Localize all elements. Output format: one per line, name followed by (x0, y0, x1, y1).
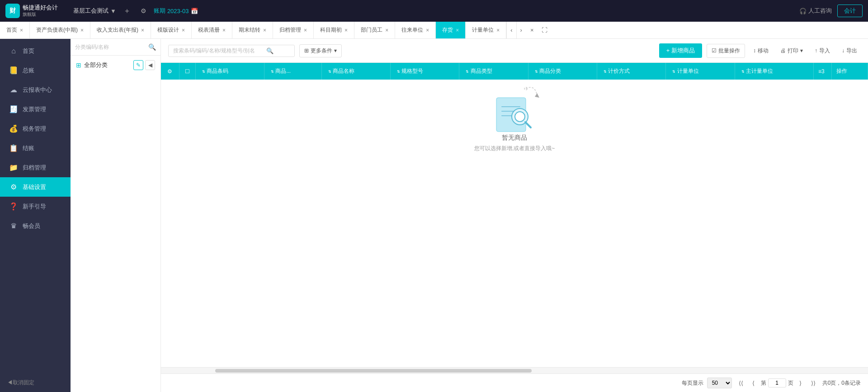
tab-expand-button[interactable]: ⛶ (538, 22, 551, 39)
close-icon[interactable]: × (426, 27, 429, 33)
tab-home[interactable]: 首页 × (0, 22, 30, 39)
batch-operation-button[interactable]: ☑ 批量操作 (707, 44, 745, 58)
print-icon: 🖨 (780, 47, 786, 54)
user-role-button[interactable]: 会计 (837, 5, 863, 17)
close-icon[interactable]: × (263, 27, 266, 33)
col-unit[interactable]: ⇅ 计量单位 (666, 63, 735, 80)
tab-prev-button[interactable]: ‹ (506, 22, 516, 39)
import-button[interactable]: ↑ 导入 (811, 44, 834, 57)
horizontal-scrollbar[interactable] (161, 367, 868, 373)
col-checkbox[interactable]: ☐ (179, 63, 195, 80)
tab-template-design[interactable]: 模版设计 × (151, 22, 192, 39)
col-type[interactable]: ⇅ 商品类型 (459, 63, 528, 80)
unpin-label: ◀取消固定 (7, 379, 34, 387)
col-name[interactable]: ⇅ 商品名称 (321, 63, 390, 80)
search-icon[interactable]: 🔍 (148, 43, 156, 51)
tab-label: 首页 (6, 26, 17, 34)
consult-label: 人工咨询 (808, 7, 832, 15)
content-area: 🔍 ⊞ 全部分类 ✎ ◀ 🔍 ⊞ 更多条件 (71, 39, 868, 392)
sidebar-item-label: 发票管理 (23, 105, 46, 113)
sidebar-item-label: 总账 (23, 66, 34, 75)
close-icon[interactable]: × (304, 27, 307, 33)
move-label: 移动 (758, 47, 769, 55)
last-page-button[interactable]: ⟩⟩ (808, 378, 819, 388)
tab-label: 计量单位 (472, 26, 494, 34)
prev-page-button[interactable]: ⟨ (748, 378, 759, 388)
move-button[interactable]: ↕ 移动 (750, 44, 772, 57)
table-header-row: ⚙ ☐ ⇅ 商品条码 ⇅ 商品... (161, 63, 868, 80)
col-category[interactable]: ⇅ 商品分类 (528, 63, 597, 80)
logo-area: 财 畅捷通好会计 旗舰版 (5, 4, 69, 18)
col-extra[interactable]: ≡3 (814, 63, 832, 80)
scroll-thumb[interactable] (215, 369, 532, 373)
close-icon[interactable]: × (222, 27, 226, 33)
per-page-select[interactable]: 50 10 20 100 (707, 378, 732, 388)
col-price-method[interactable]: ⇅ 计价方式 (597, 63, 665, 80)
sidebar-item-settings[interactable]: ⚙ 基础设置 (0, 177, 71, 197)
sidebar-item-archive[interactable]: 📁 归档管理 (0, 158, 71, 177)
new-product-button[interactable]: + 新增商品 (659, 43, 702, 58)
product-search-input[interactable] (173, 47, 264, 54)
product-search-bar[interactable]: 🔍 (168, 45, 295, 57)
sidebar-menu: ⌂ 首页 📒 总账 ☁ 云报表中心 🧾 发票管理 💰 税务管理 📋 结账 (0, 39, 71, 373)
more-filter-button[interactable]: ⊞ 更多条件 ▾ (299, 44, 342, 57)
add-tab-button[interactable]: ＋ (121, 6, 133, 16)
close-icon[interactable]: × (182, 27, 185, 33)
edit-category-button[interactable]: ✎ (133, 60, 143, 70)
close-icon[interactable]: × (344, 27, 348, 33)
sidebar-item-member[interactable]: ♛ 畅会员 (0, 216, 71, 236)
sidebar-item-ledger[interactable]: 📒 总账 (0, 61, 71, 80)
sidebar-item-home[interactable]: ⌂ 首页 (0, 42, 71, 61)
tab-label: 期末结转 (239, 26, 260, 34)
close-icon[interactable]: × (456, 27, 459, 33)
tab-next-button[interactable]: › (516, 22, 526, 39)
tab-tax-table[interactable]: 税表清册 × (192, 22, 232, 39)
close-icon[interactable]: × (80, 27, 84, 33)
sidebar-item-label: 云报表中心 (23, 86, 52, 94)
sidebar-item-tax[interactable]: 💰 税务管理 (0, 119, 71, 138)
settings-gear-icon[interactable]: ⚙ (138, 7, 149, 14)
col-spec[interactable]: ⇅ 规格型号 (390, 63, 459, 80)
page-number-input[interactable] (768, 378, 786, 387)
search-icon[interactable]: 🔍 (266, 47, 274, 54)
close-icon[interactable]: × (496, 27, 500, 33)
next-page-button[interactable]: ⟩ (795, 378, 806, 388)
consult-button[interactable]: 🎧 人工咨询 (799, 7, 832, 15)
tab-dept-employee[interactable]: 部门员工 × (354, 22, 395, 39)
period-label: 账期 (154, 7, 165, 15)
sidebar-item-close[interactable]: 📋 结账 (0, 138, 71, 158)
tab-uom[interactable]: 计量单位 × (466, 22, 506, 39)
calendar-icon[interactable]: 📅 (191, 8, 198, 14)
tab-period-close[interactable]: 期末结转 × (232, 22, 273, 39)
sidebar-item-reports[interactable]: ☁ 云报表中心 (0, 80, 71, 99)
close-icon[interactable]: × (385, 27, 388, 33)
col-barcode[interactable]: ⇅ 商品条码 (195, 63, 264, 80)
col-settings[interactable]: ⚙ (161, 63, 179, 80)
print-button[interactable]: 🖨 打印 ▾ (777, 44, 807, 57)
tab-balance-sheet[interactable]: 资产负债表(中期) × (30, 22, 90, 39)
sidebar-item-invoice[interactable]: 🧾 发票管理 (0, 99, 71, 119)
tab-subject-init[interactable]: 科目期初 × (314, 22, 354, 39)
category-all[interactable]: ⊞ 全部分类 ✎ ◀ (71, 56, 160, 75)
category-search-input[interactable] (75, 44, 146, 50)
tab-income-expense[interactable]: 收入支出表(年报) × (90, 22, 151, 39)
close-icon[interactable]: × (141, 27, 144, 33)
col-main-unit[interactable]: ⇅ 主计量单位 (735, 63, 813, 80)
grid-icon: ⊞ (76, 61, 81, 69)
unpin-button[interactable]: ◀取消固定 (0, 373, 71, 392)
tab-archive[interactable]: 归档管理 × (273, 22, 314, 39)
org-selector[interactable]: 基层工会测试 ▼ (73, 7, 116, 15)
first-page-button[interactable]: ⟨⟨ (736, 378, 746, 388)
close-icon[interactable]: × (20, 27, 23, 33)
tab-label: 归档管理 (279, 26, 301, 34)
tab-inventory[interactable]: 存货 × (436, 22, 466, 39)
sidebar-item-newbie[interactable]: ❓ 新手引导 (0, 197, 71, 216)
tab-label: 模版设计 (157, 26, 179, 34)
export-button[interactable]: ↓ 导出 (838, 44, 861, 57)
chevron-down-icon: ▾ (334, 47, 337, 54)
tab-vendor[interactable]: 往来单位 × (395, 22, 436, 39)
archive-icon: 📁 (9, 163, 18, 172)
col-code[interactable]: ⇅ 商品... (264, 63, 321, 80)
collapse-panel-button[interactable]: ◀ (145, 60, 155, 70)
tab-close-all-button[interactable]: × (526, 22, 538, 39)
